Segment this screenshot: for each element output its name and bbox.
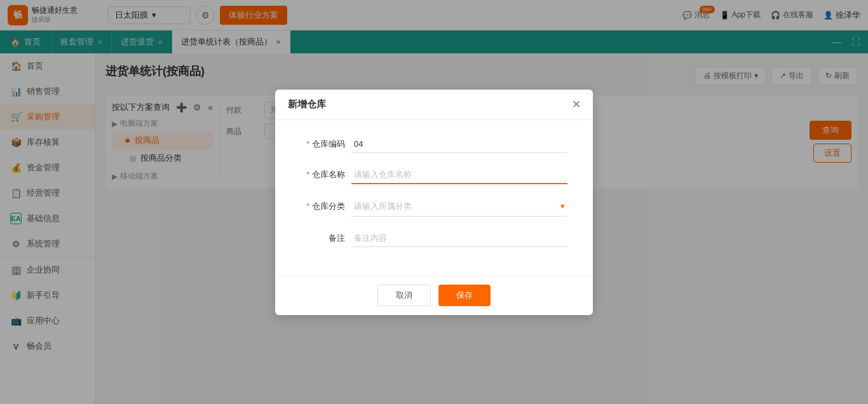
category-label: 仓库分类	[301, 201, 345, 212]
modal-close-button[interactable]: ✕	[572, 98, 580, 111]
modal-title: 新增仓库	[288, 98, 326, 111]
form-row-note: 备注	[301, 229, 567, 247]
form-row-name: 仓库名称	[301, 166, 567, 184]
name-label: 仓库名称	[301, 169, 345, 180]
chevron-down-icon: ▾	[560, 201, 565, 211]
category-select[interactable]: 请输入所属分类 ▾	[351, 197, 567, 217]
modal-body: 仓库编码 仓库名称 仓库分类 请输入所属分类 ▾ 备注	[275, 120, 593, 275]
save-button[interactable]: 保存	[438, 285, 491, 306]
form-row-category: 仓库分类 请输入所属分类 ▾	[301, 197, 567, 217]
code-label: 仓库编码	[301, 138, 345, 150]
modal-overlay: 新增仓库 ✕ 仓库编码 仓库名称 仓库分类 请输入所属分类 ▾ 备注	[0, 0, 868, 404]
code-input[interactable]	[351, 135, 567, 153]
note-input[interactable]	[351, 229, 567, 247]
add-warehouse-modal: 新增仓库 ✕ 仓库编码 仓库名称 仓库分类 请输入所属分类 ▾ 备注	[275, 90, 593, 315]
form-row-code: 仓库编码	[301, 135, 567, 153]
note-label: 备注	[301, 232, 345, 244]
modal-footer: 取消 保存	[275, 275, 593, 315]
modal-header: 新增仓库 ✕	[275, 90, 593, 120]
cancel-button[interactable]: 取消	[377, 285, 431, 306]
name-input[interactable]	[351, 166, 567, 184]
category-placeholder: 请输入所属分类	[354, 201, 412, 212]
